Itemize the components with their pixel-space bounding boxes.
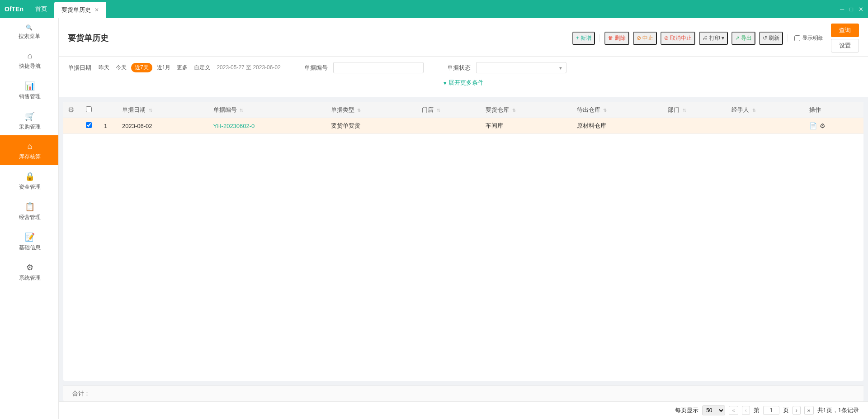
print-button[interactable]: 🖨 打印 ▾ [699, 32, 728, 45]
table-settings-icon[interactable]: ⚙ [68, 106, 74, 114]
data-table: ⚙ 单据日期 ⇅ 单据编号 ⇅ [63, 102, 863, 134]
sidebar-item-label: 系统管理 [19, 274, 41, 282]
sort-icon-date[interactable]: ⇅ [149, 108, 152, 113]
close-btn[interactable]: ✕ [859, 6, 863, 13]
date-btn-yesterday[interactable]: 昨天 [97, 63, 111, 72]
show-detail-checkbox[interactable]: 显示明细 [794, 34, 824, 42]
delete-button[interactable]: 🗑 删除 [604, 32, 629, 45]
toolbar-divider [599, 34, 600, 42]
row-handler-cell [727, 118, 804, 134]
row-checkbox[interactable] [86, 122, 92, 128]
edit-icon[interactable]: 📄 [809, 122, 817, 129]
page-size-select[interactable]: 50 10 20 100 [702, 405, 725, 415]
doc-status-select[interactable] [476, 62, 566, 73]
row-action-cell: 📄 ⚙ [805, 118, 863, 134]
add-button[interactable]: + 新增 [572, 32, 595, 45]
inventory-icon: ⌂ [28, 142, 33, 151]
show-detail-input[interactable] [794, 35, 800, 41]
chart-icon: 📊 [25, 81, 35, 91]
sidebar-item-purchase-mgmt[interactable]: 🛒 采购管理 [0, 105, 58, 135]
sidebar-item-sales-mgmt[interactable]: 📊 销售管理 [0, 75, 58, 105]
expand-filter-button[interactable]: ▾ 展开更多条件 [443, 77, 484, 89]
sort-icon-dept[interactable]: ⇅ [683, 108, 686, 113]
tab-requisition-history[interactable]: 要货单历史 ✕ [54, 2, 106, 18]
sort-icon-store[interactable]: ⇅ [437, 108, 440, 113]
row-settings-cell [63, 118, 81, 134]
cancel-stop-button[interactable]: ⊘ 取消中止 [660, 32, 695, 45]
doc-status-label: 单据状态 [447, 64, 471, 72]
sort-icon-req-wh[interactable]: ⇅ [512, 108, 516, 113]
row-checkbox-cell [81, 118, 99, 134]
table-header-row: ⚙ 单据日期 ⇅ 单据编号 ⇅ [63, 102, 863, 118]
date-range-display: 2023-05-27 至 2023-06-02 [217, 64, 280, 71]
table-area: ⚙ 单据日期 ⇅ 单据编号 ⇅ [63, 102, 863, 381]
row-seq-cell: 1 [99, 118, 118, 134]
search-icon: 🔍 [26, 24, 33, 31]
refresh-button[interactable]: ↺ 刷新 [759, 32, 783, 45]
row-store-cell [417, 118, 481, 134]
doc-number-label: 单据编号 [304, 64, 328, 72]
cart-icon: 🛒 [25, 111, 35, 121]
sidebar-item-inventory-calc[interactable]: ⌂ 库存核算 [0, 135, 58, 165]
doc-no-link[interactable]: YH-20230602-0 [213, 123, 255, 129]
maximize-btn[interactable]: □ [849, 6, 853, 13]
tab-close-icon[interactable]: ✕ [94, 7, 99, 13]
sort-icon-handler[interactable]: ⇅ [752, 108, 756, 113]
table-footer: 合计： [63, 386, 863, 401]
document-icon: 📝 [25, 232, 35, 242]
first-page-btn[interactable]: « [729, 406, 738, 415]
select-all-checkbox[interactable] [86, 106, 92, 112]
th-handler: 经手人 ⇅ [727, 102, 804, 118]
row-doc-type-cell: 要货单要货 [326, 118, 418, 134]
filter-row-1: 单据日期 昨天 今天 近7天 近1月 更多 自定义 2023-05-27 至 2… [68, 62, 859, 73]
date-btn-today[interactable]: 今天 [114, 63, 128, 72]
brand-logo: OfTEn [5, 5, 24, 13]
page-input[interactable] [763, 406, 779, 415]
row-req-warehouse-cell: 车间库 [481, 118, 572, 134]
summary-label: 合计： [72, 390, 90, 397]
cancel-icon: ⊘ [664, 35, 669, 41]
date-btn-7days[interactable]: 近7天 [131, 63, 152, 72]
sidebar-item-quick-nav[interactable]: ⌂ 快捷导航 [0, 45, 58, 75]
row-doc-no-cell: YH-20230602-0 [209, 118, 326, 134]
sort-icon-type[interactable]: ⇅ [357, 108, 361, 113]
filter-area: 单据日期 昨天 今天 近7天 近1月 更多 自定义 2023-05-27 至 2… [59, 57, 868, 97]
page-header: 要货单历史 + 新增 🗑 删除 ⊘ 中止 ⊘ 取消中止 🖨 打 [59, 18, 868, 57]
prev-page-btn[interactable]: ‹ [742, 406, 750, 415]
export-icon: ↗ [735, 35, 740, 41]
doc-number-input[interactable] [333, 62, 424, 73]
stop-icon: ⊘ [637, 35, 641, 41]
sidebar-item-label: 销售管理 [19, 93, 41, 100]
sidebar-item-label: 资金管理 [19, 183, 41, 191]
lock-icon: 🔒 [25, 171, 35, 181]
query-button[interactable]: 查询 [831, 24, 859, 37]
sort-icon-pending-wh[interactable]: ⇅ [603, 108, 607, 113]
sidebar-item-system-mgmt[interactable]: ⚙ 系统管理 [0, 256, 58, 286]
delete-row-icon[interactable]: ⚙ [820, 122, 826, 129]
date-btn-more[interactable]: 更多 [175, 63, 189, 72]
th-doc-no: 单据编号 ⇅ [209, 102, 326, 118]
home-icon: ⌂ [28, 51, 33, 61]
export-button[interactable]: ↗ 导出 [731, 32, 755, 45]
sidebar-item-label: 采购管理 [19, 123, 41, 131]
sort-icon-docno[interactable]: ⇅ [240, 108, 243, 113]
stop-button[interactable]: ⊘ 中止 [633, 32, 657, 45]
sidebar-search[interactable]: 🔍 搜索菜单 [0, 18, 58, 45]
page-title: 要货单历史 [68, 33, 108, 43]
date-btn-custom[interactable]: 自定义 [192, 63, 212, 72]
print-icon: 🖨 [703, 35, 708, 41]
tab-home[interactable]: 首页 [28, 0, 54, 18]
sidebar-item-basic-info[interactable]: 📝 基础信息 [0, 226, 58, 256]
date-btn-1month[interactable]: 近1月 [155, 63, 173, 72]
page-size-label: 每页显示 [675, 406, 698, 414]
row-pending-warehouse-cell: 原材料仓库 [572, 118, 664, 134]
th-store: 门店 ⇅ [417, 102, 481, 118]
sidebar-item-operation-mgmt[interactable]: 📋 经营管理 [0, 195, 58, 226]
sidebar-item-finance-mgmt[interactable]: 🔒 资金管理 [0, 165, 58, 195]
th-pending-warehouse: 待出仓库 ⇅ [572, 102, 664, 118]
th-req-warehouse: 要货仓库 ⇅ [481, 102, 572, 118]
settings-button[interactable]: 设置 [831, 39, 859, 52]
next-page-btn[interactable]: › [793, 406, 801, 415]
last-page-btn[interactable]: » [804, 406, 814, 415]
minimize-btn[interactable]: ─ [840, 6, 844, 13]
